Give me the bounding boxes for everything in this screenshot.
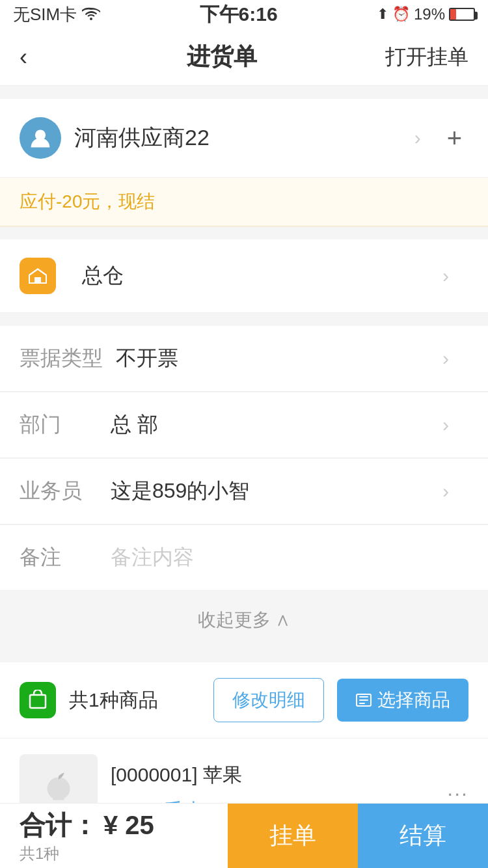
status-bar: 无SIM卡 下午6:16 ⬆ ⏰ 19% bbox=[0, 0, 488, 29]
status-carrier: 无SIM卡 bbox=[13, 3, 100, 26]
select-product-label: 选择商品 bbox=[377, 688, 450, 712]
page-title: 进货单 bbox=[187, 41, 257, 73]
salesperson-row[interactable]: 业务员 这是859的小智 › bbox=[0, 458, 488, 524]
footer: 合计： ¥ 25 共1种 挂单 结算 bbox=[0, 803, 488, 868]
carrier-text: 无SIM卡 bbox=[13, 3, 77, 26]
footer-count: 共1种 bbox=[20, 843, 208, 864]
product-count: 共1种商品 bbox=[69, 687, 200, 714]
invoice-label: 票据类型 bbox=[20, 344, 103, 373]
divider-3 bbox=[0, 649, 488, 662]
supplier-chevron: › bbox=[414, 127, 421, 149]
invoice-row[interactable]: 票据类型 不开票 › bbox=[0, 326, 488, 392]
hang-button[interactable]: 挂单 bbox=[228, 804, 358, 869]
remark-label: 备注 bbox=[20, 543, 98, 572]
divider-1 bbox=[0, 226, 488, 239]
alarm-icon: ⏰ bbox=[392, 6, 410, 23]
settle-button[interactable]: 结算 bbox=[358, 804, 488, 869]
product-more-button[interactable]: ··· bbox=[447, 781, 468, 806]
battery-icon bbox=[449, 5, 475, 23]
nav-bar: ‹ 进货单 打开挂单 bbox=[0, 29, 488, 86]
supplier-section: 河南供应商22 › + 应付-20元，现结 bbox=[0, 99, 488, 226]
department-row[interactable]: 部门 总 部 › bbox=[0, 392, 488, 458]
wifi-icon bbox=[82, 5, 100, 25]
department-chevron: › bbox=[442, 414, 449, 436]
product-name: [0000001] 苹果 bbox=[111, 762, 434, 789]
product-icon bbox=[20, 682, 56, 718]
remark-row[interactable]: 备注 备注内容 bbox=[0, 524, 488, 591]
status-time: 下午6:16 bbox=[200, 1, 278, 28]
remark-placeholder: 备注内容 bbox=[111, 543, 468, 572]
select-product-button[interactable]: 选择商品 bbox=[337, 679, 468, 722]
status-right: ⬆ ⏰ 19% bbox=[377, 5, 475, 23]
department-section: 部门 总 部 › bbox=[0, 392, 488, 458]
divider-top bbox=[0, 86, 488, 99]
footer-total: 合计： ¥ 25 共1种 bbox=[0, 807, 228, 864]
product-title: 苹果 bbox=[203, 764, 242, 785]
footer-total-main: 合计： ¥ 25 bbox=[20, 807, 208, 843]
department-label: 部门 bbox=[20, 411, 98, 439]
salesperson-value: 这是859的小智 bbox=[111, 477, 442, 506]
warehouse-chevron: › bbox=[442, 265, 449, 287]
supplier-name: 河南供应商22 bbox=[74, 123, 414, 153]
salesperson-label: 业务员 bbox=[20, 477, 98, 506]
invoice-chevron: › bbox=[442, 347, 449, 370]
invoice-value: 不开票 bbox=[116, 344, 442, 373]
battery-percent: 19% bbox=[414, 5, 445, 23]
invoice-section: 票据类型 不开票 › bbox=[0, 326, 488, 392]
warehouse-icon bbox=[20, 258, 56, 294]
remark-section: 备注 备注内容 bbox=[0, 524, 488, 591]
total-amount: ¥ 25 bbox=[103, 811, 154, 839]
supplier-row[interactable]: 河南供应商22 › + bbox=[0, 99, 488, 178]
divider-2 bbox=[0, 313, 488, 326]
collapse-button[interactable]: 收起更多 ∧ bbox=[0, 591, 488, 649]
salesperson-section: 业务员 这是859的小智 › bbox=[0, 458, 488, 524]
warehouse-row[interactable]: 总仓 › bbox=[0, 239, 488, 313]
products-header: 共1种商品 修改明细 选择商品 bbox=[0, 662, 488, 739]
edit-detail-button[interactable]: 修改明细 bbox=[213, 678, 324, 722]
total-label: 合计： bbox=[20, 811, 98, 839]
select-product-icon bbox=[355, 692, 372, 709]
add-button[interactable]: + bbox=[441, 124, 468, 153]
warehouse-section: 总仓 › bbox=[0, 239, 488, 313]
supplier-avatar bbox=[20, 117, 61, 159]
back-button[interactable]: ‹ bbox=[20, 44, 59, 71]
payment-notice: 应付-20元，现结 bbox=[0, 178, 488, 226]
open-hang-button[interactable]: 打开挂单 bbox=[385, 43, 468, 72]
department-value: 总 部 bbox=[111, 411, 442, 439]
svg-rect-1 bbox=[34, 277, 41, 282]
location-icon: ⬆ bbox=[377, 6, 388, 23]
svg-rect-2 bbox=[30, 695, 46, 708]
salesperson-chevron: › bbox=[442, 480, 449, 502]
warehouse-name: 总仓 bbox=[82, 262, 442, 290]
product-id: [0000001] bbox=[111, 764, 197, 785]
